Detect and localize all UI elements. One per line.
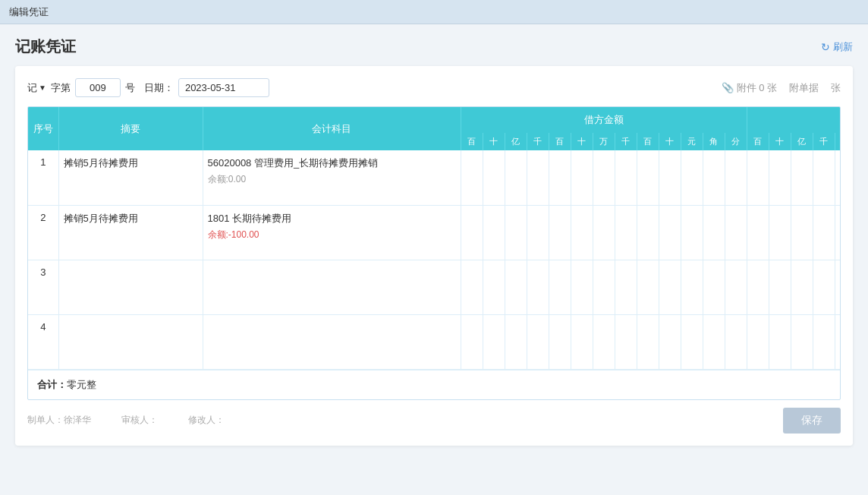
debit-digit-cell[interactable] xyxy=(593,205,615,260)
debit-digit-cell[interactable] xyxy=(483,205,505,260)
debit-digit-cell[interactable] xyxy=(505,205,527,260)
account-code: 1801 长期待摊费用 xyxy=(208,212,456,225)
debit-digit-cell[interactable] xyxy=(659,314,681,369)
credit-digit-cell[interactable] xyxy=(835,205,841,260)
debit-digit-cell[interactable] xyxy=(527,314,549,369)
voucher-type-button[interactable]: 记 ▼ xyxy=(27,81,46,95)
debit-digit-cell[interactable] xyxy=(681,205,703,260)
credit-digit-cell[interactable] xyxy=(769,260,791,314)
debit-digit-cell[interactable] xyxy=(681,150,703,205)
voucher-table-body: 1摊销5月待摊费用56020008 管理费用_长期待摊费用摊销余额:0.002摊… xyxy=(28,150,841,369)
debit-digit-cell[interactable] xyxy=(461,205,483,260)
cell-summary[interactable] xyxy=(58,260,203,314)
th-debit: 借方金额 xyxy=(461,107,747,133)
cell-account[interactable] xyxy=(203,314,461,369)
debit-digit-cell[interactable] xyxy=(527,260,549,314)
debit-digit-cell[interactable] xyxy=(571,205,593,260)
main-content: 记账凭证 ↻ 刷新 记 ▼ 字第 号 日期： xyxy=(0,24,868,495)
debit-digit-cell[interactable] xyxy=(615,314,637,369)
debit-digit-cell[interactable] xyxy=(505,150,527,205)
credit-digit-cell[interactable] xyxy=(813,150,835,205)
debit-digit-cell[interactable] xyxy=(725,150,747,205)
debit-digit-cell[interactable] xyxy=(549,205,571,260)
th-d-shi: 十 xyxy=(659,133,681,150)
debit-digit-cell[interactable] xyxy=(659,260,681,314)
credit-digit-cell[interactable] xyxy=(835,314,841,369)
debit-digit-cell[interactable] xyxy=(593,260,615,314)
debit-digit-cell[interactable] xyxy=(483,260,505,314)
debit-digit-cell[interactable] xyxy=(483,150,505,205)
debit-digit-cell[interactable] xyxy=(725,314,747,369)
credit-digit-cell[interactable] xyxy=(791,260,813,314)
debit-digit-cell[interactable] xyxy=(725,260,747,314)
credit-digit-cell[interactable] xyxy=(813,260,835,314)
debit-digit-cell[interactable] xyxy=(681,314,703,369)
credit-digit-cell[interactable] xyxy=(813,314,835,369)
debit-digit-cell[interactable] xyxy=(593,150,615,205)
debit-digit-cell[interactable] xyxy=(549,150,571,205)
debit-digit-cell[interactable] xyxy=(703,205,725,260)
total-row: 合计： 零元整 xyxy=(28,370,840,399)
debit-digit-cell[interactable] xyxy=(615,260,637,314)
credit-digit-cell[interactable] xyxy=(769,314,791,369)
debit-digit-cell[interactable] xyxy=(725,205,747,260)
cell-account[interactable] xyxy=(203,260,461,314)
credit-digit-cell[interactable] xyxy=(813,205,835,260)
cell-seq: 3 xyxy=(28,260,58,314)
debit-digit-cell[interactable] xyxy=(527,150,549,205)
cell-summary[interactable] xyxy=(58,314,203,369)
debit-digit-cell[interactable] xyxy=(637,205,659,260)
info-row: 制单人：徐泽华 审核人： 修改人： 保存 xyxy=(27,400,841,434)
debit-digit-cell[interactable] xyxy=(461,314,483,369)
th-d-yuan: 元 xyxy=(681,133,703,150)
debit-digit-cell[interactable] xyxy=(505,314,527,369)
debit-digit-cell[interactable] xyxy=(659,205,681,260)
debit-digit-cell[interactable] xyxy=(615,205,637,260)
credit-digit-cell[interactable] xyxy=(791,150,813,205)
debit-digit-cell[interactable] xyxy=(505,260,527,314)
debit-digit-cell[interactable] xyxy=(637,150,659,205)
debit-digit-cell[interactable] xyxy=(637,314,659,369)
date-input[interactable] xyxy=(178,78,269,97)
debit-digit-cell[interactable] xyxy=(571,260,593,314)
cell-seq: 2 xyxy=(28,205,58,260)
credit-digit-cell[interactable] xyxy=(769,205,791,260)
credit-digit-cell[interactable] xyxy=(791,314,813,369)
cell-summary[interactable]: 摊销5月待摊费用 xyxy=(58,150,203,205)
debit-digit-cell[interactable] xyxy=(593,314,615,369)
th-d-wan: 万 xyxy=(593,133,615,150)
credit-digit-cell[interactable] xyxy=(747,314,769,369)
credit-digit-cell[interactable] xyxy=(835,150,841,205)
cell-account[interactable]: 56020008 管理费用_长期待摊费用摊销余额:0.00 xyxy=(203,150,461,205)
debit-digit-cell[interactable] xyxy=(637,260,659,314)
debit-digit-cell[interactable] xyxy=(615,150,637,205)
debit-digit-cell[interactable] xyxy=(659,150,681,205)
debit-digit-cell[interactable] xyxy=(703,260,725,314)
credit-digit-cell[interactable] xyxy=(747,205,769,260)
debit-digit-cell[interactable] xyxy=(461,260,483,314)
cell-account[interactable]: 1801 长期待摊费用余额:-100.00 xyxy=(203,205,461,260)
credit-digit-cell[interactable] xyxy=(747,150,769,205)
debit-digit-cell[interactable] xyxy=(681,260,703,314)
cell-summary[interactable]: 摊销5月待摊费用 xyxy=(58,205,203,260)
debit-digit-cell[interactable] xyxy=(483,314,505,369)
save-button[interactable]: 保存 xyxy=(783,408,841,434)
credit-digit-cell[interactable] xyxy=(747,260,769,314)
debit-digit-cell[interactable] xyxy=(461,150,483,205)
attach-sheets-label: 张 xyxy=(831,81,841,95)
credit-digit-cell[interactable] xyxy=(791,205,813,260)
debit-digit-cell[interactable] xyxy=(549,314,571,369)
attachment-link[interactable]: 📎 附件 0 张 xyxy=(722,81,777,95)
th-d-bai2: 百 xyxy=(461,133,483,150)
refresh-button[interactable]: ↻ 刷新 xyxy=(821,40,853,54)
cell-seq: 4 xyxy=(28,314,58,369)
debit-digit-cell[interactable] xyxy=(703,150,725,205)
debit-digit-cell[interactable] xyxy=(549,260,571,314)
debit-digit-cell[interactable] xyxy=(527,205,549,260)
voucher-number-input[interactable] xyxy=(75,78,121,97)
debit-digit-cell[interactable] xyxy=(703,314,725,369)
credit-digit-cell[interactable] xyxy=(769,150,791,205)
debit-digit-cell[interactable] xyxy=(571,314,593,369)
debit-digit-cell[interactable] xyxy=(571,150,593,205)
credit-digit-cell[interactable] xyxy=(835,260,841,314)
